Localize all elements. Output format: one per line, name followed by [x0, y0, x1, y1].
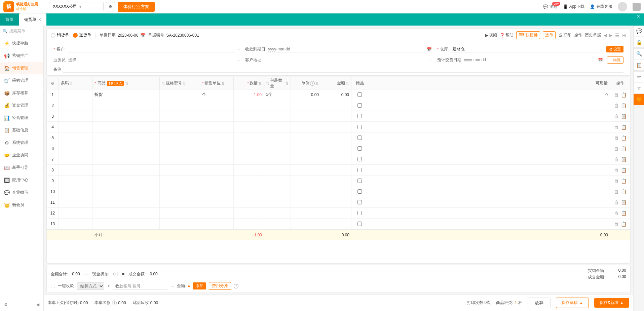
gift-checkbox-1[interactable] [357, 92, 362, 97]
calendar-icon[interactable]: 📅 [140, 33, 145, 38]
cell-pkgqty-1[interactable]: 1个 [264, 89, 291, 100]
cell-gift-1[interactable] [351, 89, 368, 100]
th-spec-sort2[interactable]: ⇅ [183, 81, 186, 86]
expected-date-input[interactable] [463, 57, 597, 63]
cell-spec-12[interactable] [160, 208, 200, 218]
cell-product-3[interactable] [92, 111, 160, 121]
save-new-button[interactable]: 保存&新增 ▲ [594, 298, 629, 308]
salesperson-input[interactable] [67, 57, 235, 63]
cell-barcode-8[interactable] [59, 165, 92, 175]
delete-row-icon-6[interactable]: 🗑 [614, 146, 619, 151]
cell-spec-7[interactable] [160, 154, 200, 164]
prev-record-icon[interactable]: ◀ [604, 33, 607, 38]
cell-gift-13[interactable] [351, 219, 368, 229]
cell-unit-13[interactable] [200, 219, 234, 229]
cell-qty-9[interactable] [234, 176, 264, 186]
delete-row-icon-7[interactable]: 🗑 [614, 157, 619, 162]
gift-checkbox-5[interactable] [357, 135, 362, 140]
cell-product-7[interactable] [92, 154, 160, 164]
gift-checkbox-12[interactable] [357, 211, 362, 215]
cell-price-9[interactable] [291, 176, 321, 186]
cell-spec-2[interactable] [160, 100, 200, 111]
cell-barcode-9[interactable] [59, 176, 92, 186]
settlement-method-select[interactable]: 结算方式 [77, 282, 104, 290]
cell-unit-7[interactable] [200, 154, 234, 164]
copy-row-icon-6[interactable]: 📋 [621, 146, 627, 151]
cell-product-11[interactable] [92, 197, 160, 207]
customer-addr-input[interactable] [267, 57, 427, 63]
cell-pkgqty-3[interactable] [264, 111, 291, 121]
select-list-btn[interactable]: 选单 [543, 31, 556, 39]
cell-barcode-10[interactable] [59, 186, 92, 197]
sidebar-item-system[interactable]: ⚙ 系统管理 [0, 137, 43, 149]
cell-qty-3[interactable] [234, 111, 264, 121]
side-icon-chat[interactable]: 💬 [634, 26, 644, 36]
cell-desc-4[interactable] [368, 122, 583, 132]
cell-unit-9[interactable] [200, 176, 234, 186]
cell-amount-8[interactable] [321, 165, 351, 175]
cell-amount-13[interactable] [321, 219, 351, 229]
discount-info-icon[interactable]: i [113, 272, 118, 276]
discard-button[interactable]: 放弃 [528, 298, 551, 308]
gift-checkbox-6[interactable] [357, 146, 362, 151]
next-record-icon[interactable]: ▶ [609, 33, 612, 38]
cell-unit-2[interactable] [200, 100, 234, 111]
settings-gear-btn[interactable]: ⚙ [106, 2, 115, 11]
operations-btn[interactable]: 操作 [574, 32, 582, 38]
cell-spec-1[interactable] [160, 89, 200, 100]
sidebar-item-quick-nav[interactable]: ⚡ 快捷导航 [0, 37, 43, 49]
cell-amount-11[interactable] [321, 197, 351, 207]
th-price-sort[interactable]: ⇅ [315, 81, 319, 86]
cell-qty-12[interactable] [234, 208, 264, 218]
remarks-input[interactable] [63, 66, 623, 73]
cell-qty-2[interactable] [234, 100, 264, 111]
cell-spec-8[interactable] [160, 165, 200, 175]
customer-addr-more-icon[interactable]: ··· [428, 58, 432, 63]
tab-sales-order[interactable]: 销货单 × [19, 13, 46, 26]
cell-barcode-7[interactable] [59, 154, 92, 164]
copy-row-icon-2[interactable]: 📋 [621, 103, 627, 108]
cell-desc-1[interactable] [368, 89, 583, 100]
sidebar-item-collab[interactable]: 🤝 企业协同 [0, 149, 43, 161]
cell-barcode-13[interactable] [59, 219, 92, 229]
cell-unit-6[interactable] [200, 143, 234, 154]
receipt-date-input[interactable] [267, 46, 425, 52]
delete-row-icon-1[interactable]: 🗑 [614, 92, 619, 98]
cell-qty-4[interactable] [234, 122, 264, 132]
gift-checkbox-10[interactable] [357, 189, 362, 194]
side-icon-orange[interactable]: 🧡 [634, 94, 644, 105]
online-service-btn[interactable]: 👤 在线客服 [590, 4, 612, 9]
cell-barcode-1[interactable] [59, 89, 92, 100]
tab-home[interactable]: 首页 [0, 13, 19, 26]
cell-pkgqty-2[interactable] [264, 100, 291, 111]
cell-product-13[interactable] [92, 219, 160, 229]
side-icon-star[interactable]: ☆ [634, 83, 644, 93]
price-info-icon[interactable]: i [310, 81, 315, 86]
help-btn[interactable]: ❓ 帮助 [500, 32, 514, 38]
cell-desc-3[interactable] [368, 111, 583, 121]
cell-price-7[interactable] [291, 154, 321, 164]
cell-gift-10[interactable] [351, 186, 368, 197]
cell-pkgqty-8[interactable] [264, 165, 291, 175]
cell-spec-10[interactable] [160, 186, 200, 197]
gift-checkbox-9[interactable] [357, 179, 362, 183]
customer-input[interactable] [68, 46, 235, 52]
cell-gift-6[interactable] [351, 143, 368, 154]
cell-product-10[interactable] [92, 186, 160, 197]
cell-pkgqty-5[interactable] [264, 132, 291, 143]
cell-desc-8[interactable] [368, 165, 583, 175]
account-more-icon[interactable]: ··· [171, 284, 174, 288]
print-btn[interactable]: 🖨 打印 [558, 32, 571, 38]
tab-close-icon[interactable]: × [38, 17, 41, 22]
copy-row-icon-5[interactable]: 📋 [621, 135, 627, 141]
cell-gift-9[interactable] [351, 176, 368, 186]
cell-price-1[interactable]: 0.00 [291, 89, 321, 100]
cell-unit-5[interactable] [200, 132, 234, 143]
history-btn[interactable]: 历史单据 [585, 32, 601, 38]
sidebar-item-wechat[interactable]: 💬 企业微信 [0, 186, 43, 199]
th-pkgqty-sort[interactable]: ⇅ [266, 81, 269, 86]
cell-product-2[interactable] [92, 100, 160, 111]
cell-pkgqty-13[interactable] [264, 219, 291, 229]
cell-amount-3[interactable] [321, 111, 351, 121]
cell-pkgqty-10[interactable] [264, 186, 291, 197]
